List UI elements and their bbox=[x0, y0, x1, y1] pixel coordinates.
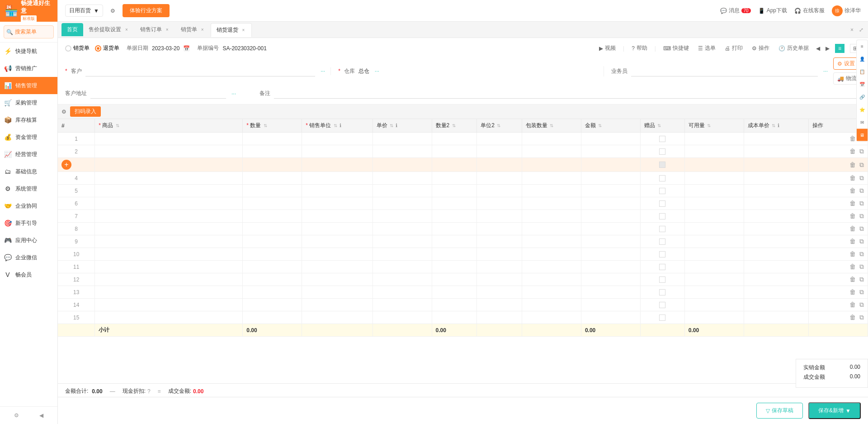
copy-row-3-btn[interactable]: ⧉ bbox=[859, 161, 864, 169]
copy-btn[interactable]: ⧉ bbox=[859, 314, 864, 321]
delete-btn[interactable]: 🗑 bbox=[849, 212, 856, 220]
pkg-cell-2[interactable] bbox=[522, 145, 581, 158]
price-cell-1[interactable] bbox=[373, 133, 432, 145]
sidebar-collapse-btn[interactable]: ◀ bbox=[38, 410, 45, 420]
qty-cell-1[interactable] bbox=[243, 133, 302, 145]
radio-return[interactable]: 退货单 bbox=[95, 44, 119, 52]
operate-btn[interactable]: ⚙ 操作 bbox=[750, 43, 771, 53]
unit2-cell-2[interactable] bbox=[477, 145, 522, 158]
gift-cell-3[interactable] bbox=[640, 158, 684, 172]
product-cell-2[interactable] bbox=[95, 145, 243, 158]
gift-cell-1[interactable] bbox=[640, 133, 684, 145]
side-panel-3-btn[interactable]: 📋 bbox=[857, 66, 868, 78]
app-download-btn[interactable]: 📱 App下载 bbox=[758, 7, 787, 14]
delete-row-3-btn[interactable]: 🗑 bbox=[849, 161, 856, 169]
delete-btn[interactable]: 🗑 bbox=[849, 276, 856, 283]
price-cell-2[interactable] bbox=[373, 145, 432, 158]
delete-btn[interactable]: 🗑 bbox=[849, 263, 856, 271]
unit2-cell-1[interactable] bbox=[477, 133, 522, 145]
sidebar-item-cooperation[interactable]: 🤝 企业协同 bbox=[0, 197, 57, 214]
delete-row-1-btn[interactable]: 🗑 bbox=[849, 135, 856, 143]
cost-cell-3[interactable] bbox=[744, 158, 808, 172]
tab-sales-return[interactable]: 销货退货 × bbox=[211, 23, 252, 37]
table-settings-btn[interactable]: ⚙ bbox=[61, 109, 66, 115]
tab-close-sales-order[interactable]: × bbox=[165, 27, 170, 33]
sort-price-icon[interactable]: ⇅ bbox=[390, 123, 393, 128]
unit-info-icon[interactable]: ℹ bbox=[340, 123, 341, 128]
tab-sales-delivery[interactable]: 销货单 × bbox=[175, 23, 211, 36]
pkg-cell-3[interactable] bbox=[522, 158, 581, 172]
side-panel-2-btn[interactable]: 👤 bbox=[857, 53, 868, 65]
trial-btn[interactable]: 体验行业方案 bbox=[123, 4, 170, 17]
delete-btn[interactable]: 🗑 bbox=[849, 200, 856, 207]
nav-prev-btn[interactable]: ◀ bbox=[816, 45, 820, 52]
delete-btn[interactable]: 🗑 bbox=[849, 174, 856, 182]
sidebar-item-sales[interactable]: 📊 销售管理 bbox=[0, 77, 57, 94]
shortcut-btn[interactable]: ⌨ 快捷键 bbox=[661, 43, 691, 53]
price-info-icon[interactable]: ℹ bbox=[396, 123, 397, 128]
pkg-cell-1[interactable] bbox=[522, 133, 581, 145]
delete-btn[interactable]: 🗑 bbox=[849, 288, 856, 296]
customer-input[interactable] bbox=[85, 66, 315, 76]
print-btn[interactable]: 🖨 打印 bbox=[723, 43, 745, 53]
qty2-cell-3[interactable] bbox=[432, 158, 477, 172]
avail-cell-2[interactable] bbox=[684, 145, 744, 158]
copy-btn[interactable]: ⧉ bbox=[859, 238, 864, 245]
note-input[interactable] bbox=[274, 88, 861, 99]
amount-cell-1[interactable] bbox=[581, 133, 640, 145]
tab-close-sales-delivery[interactable]: × bbox=[200, 27, 205, 33]
history-btn[interactable]: 🕐 历史单据 bbox=[777, 43, 811, 53]
topbar-settings-btn[interactable]: ⚙ bbox=[108, 6, 117, 16]
copy-row-2-btn[interactable]: ⧉ bbox=[859, 148, 864, 155]
save-new-btn[interactable]: 保存&新增 ▼ bbox=[808, 402, 861, 419]
salesman-ellipsis-btn[interactable]: ··· bbox=[821, 68, 830, 74]
add-row-btn[interactable]: + bbox=[61, 160, 71, 170]
sort-product-icon[interactable]: ⇅ bbox=[116, 123, 119, 128]
qty2-cell-1[interactable] bbox=[432, 133, 477, 145]
user-menu-btn[interactable]: 徐 徐泽华 bbox=[832, 5, 861, 16]
tab-close-sales-return[interactable]: × bbox=[241, 27, 246, 33]
nav-next-btn[interactable]: ▶ bbox=[826, 45, 830, 52]
sort-avail-icon[interactable]: ⇅ bbox=[707, 123, 711, 128]
qty-cell-2[interactable] bbox=[243, 145, 302, 158]
daily-goods-selector[interactable]: 日用百货 ▼ bbox=[65, 5, 103, 17]
sidebar-item-guide[interactable]: 🎯 新手引导 bbox=[0, 214, 57, 232]
copy-btn[interactable]: ⧉ bbox=[859, 250, 864, 258]
sort-unit-icon[interactable]: ⇅ bbox=[334, 123, 337, 128]
sort-qty2-icon[interactable]: ⇅ bbox=[452, 123, 456, 128]
qty-cell-3[interactable] bbox=[243, 158, 302, 172]
avail-cell-3[interactable] bbox=[684, 158, 744, 172]
side-panel-7-btn[interactable]: ✉ bbox=[857, 116, 868, 129]
sidebar-item-system[interactable]: ⚙ 系统管理 bbox=[0, 180, 57, 197]
sort-unit2-icon[interactable]: ⇅ bbox=[497, 123, 500, 128]
delete-btn[interactable]: 🗑 bbox=[849, 250, 856, 258]
sidebar-item-wechat[interactable]: 💬 企业微信 bbox=[0, 249, 57, 266]
video-btn[interactable]: ▶ 视频 bbox=[597, 43, 618, 53]
avail-cell-1[interactable] bbox=[684, 133, 744, 145]
copy-btn[interactable]: ⧉ bbox=[859, 288, 864, 296]
sidebar-item-basic[interactable]: 🗂 基础信息 bbox=[0, 163, 57, 180]
delete-btn[interactable]: 🗑 bbox=[849, 314, 856, 321]
delete-btn[interactable]: 🗑 bbox=[849, 187, 856, 195]
radio-delivery[interactable]: 销货单 bbox=[65, 44, 90, 52]
sidebar-item-finance[interactable]: 💰 资金管理 bbox=[0, 129, 57, 146]
tab-close-all-btn[interactable]: × bbox=[849, 26, 854, 34]
sort-pkg-icon[interactable]: ⇅ bbox=[550, 123, 553, 128]
cash-discount-help-icon[interactable]: ? bbox=[147, 388, 151, 395]
tab-home[interactable]: 首页 bbox=[61, 23, 83, 36]
side-panel-6-btn[interactable]: ⭐ bbox=[857, 104, 868, 116]
sort-gift-icon[interactable]: ⇅ bbox=[657, 123, 661, 128]
product-cell-3[interactable] bbox=[95, 158, 243, 172]
list-view-btn[interactable]: ≡ bbox=[835, 44, 844, 53]
select-btn[interactable]: ☰ 选单 bbox=[696, 43, 717, 53]
delete-btn[interactable]: 🗑 bbox=[849, 225, 856, 233]
unit-cell-3[interactable] bbox=[302, 158, 373, 172]
qty2-cell-2[interactable] bbox=[432, 145, 477, 158]
delete-row-2-btn[interactable]: 🗑 bbox=[849, 148, 856, 155]
address-ellipsis-btn[interactable]: ··· bbox=[230, 91, 238, 97]
scan-input-btn[interactable]: 扫码录入 bbox=[70, 106, 101, 117]
help-btn[interactable]: ? 帮助 bbox=[630, 43, 649, 53]
price-cell-3[interactable] bbox=[373, 158, 432, 172]
copy-btn[interactable]: ⧉ bbox=[859, 212, 864, 220]
side-panel-1-btn[interactable]: ≡ bbox=[857, 40, 868, 52]
